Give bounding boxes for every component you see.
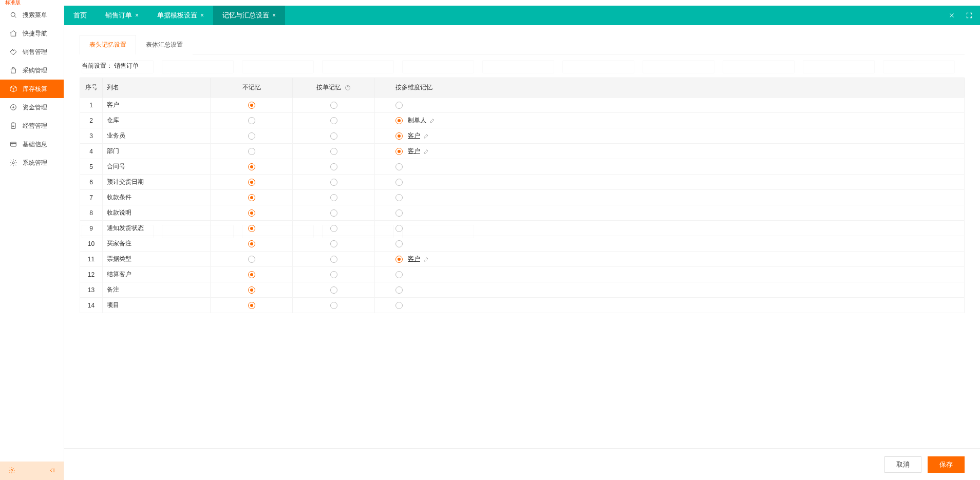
cell-name: 票据类型	[103, 252, 211, 267]
radio-a[interactable]	[248, 102, 255, 109]
sidebar-item-4[interactable]: 库存核算	[0, 80, 64, 98]
help-icon[interactable]	[345, 85, 351, 91]
pencil-icon[interactable]	[423, 133, 429, 139]
sidebar-item-5[interactable]: 资金管理	[0, 98, 64, 117]
cell-seq: 10	[80, 236, 103, 252]
radio-a[interactable]	[248, 163, 255, 170]
page-tab-0[interactable]: 首页	[64, 6, 96, 25]
radio-b[interactable]	[330, 102, 337, 109]
radio-b[interactable]	[330, 256, 337, 263]
sidebar-footer	[0, 462, 64, 480]
cell-name: 客户	[103, 98, 211, 113]
radio-b[interactable]	[330, 117, 337, 124]
radio-c[interactable]	[395, 148, 403, 155]
bag-icon	[9, 66, 17, 74]
radio-b[interactable]	[330, 240, 337, 247]
radio-a[interactable]	[248, 302, 255, 309]
radio-a[interactable]	[248, 132, 255, 140]
inner-tab-1[interactable]: 表体汇总设置	[136, 35, 193, 54]
radio-c[interactable]	[395, 302, 403, 309]
radio-a[interactable]	[248, 225, 255, 232]
table-row: 4部门客户	[80, 144, 965, 159]
radio-a[interactable]	[248, 271, 255, 278]
sidebar-item-2[interactable]: 销售管理	[0, 43, 64, 61]
radio-b[interactable]	[330, 148, 337, 155]
cell-seq: 2	[80, 113, 103, 128]
radio-c[interactable]	[395, 179, 403, 186]
close-icon[interactable]: ×	[200, 12, 204, 19]
th-no-remember: 不记忆	[211, 78, 293, 98]
radio-b[interactable]	[330, 163, 337, 170]
radio-c[interactable]	[395, 240, 403, 247]
radio-c[interactable]	[395, 194, 403, 201]
save-button[interactable]: 保存	[928, 456, 965, 473]
table-row: 1客户	[80, 98, 965, 113]
radio-c[interactable]	[395, 209, 403, 217]
table-row: 14项目	[80, 298, 965, 313]
radio-a[interactable]	[248, 209, 255, 217]
radio-b[interactable]	[330, 209, 337, 217]
cell-name: 业务员	[103, 128, 211, 144]
radio-b[interactable]	[330, 132, 337, 140]
dimension-link[interactable]: 客户	[408, 255, 420, 262]
radio-b[interactable]	[330, 271, 337, 278]
cell-name: 通知发货状态	[103, 221, 211, 236]
pencil-icon[interactable]	[429, 118, 436, 124]
pencil-icon[interactable]	[423, 148, 429, 155]
radio-b[interactable]	[330, 225, 337, 232]
radio-a[interactable]	[248, 286, 255, 294]
fullscreen-icon[interactable]	[963, 9, 976, 22]
dimension-link[interactable]: 客户	[408, 132, 420, 139]
sidebar-item-0[interactable]: 搜索菜单	[0, 6, 64, 24]
page-tab-2[interactable]: 单据模板设置×	[148, 6, 213, 25]
sidebar-item-7[interactable]: 基础信息	[0, 135, 64, 153]
close-icon[interactable]: ×	[272, 12, 276, 19]
tab-label: 记忆与汇总设置	[222, 11, 269, 20]
table-row: 5合同号	[80, 159, 965, 175]
svg-point-5	[12, 162, 14, 164]
radio-c[interactable]	[395, 132, 403, 140]
gear-icon	[9, 159, 17, 167]
page-tab-1[interactable]: 销售订单×	[96, 6, 148, 25]
collapse-icon[interactable]	[48, 467, 55, 475]
radio-a[interactable]	[248, 117, 255, 124]
sidebar: 搜索菜单快捷导航销售管理采购管理库存核算资金管理经营管理基础信息系统管理	[0, 6, 64, 480]
cell-seq: 1	[80, 98, 103, 113]
radio-c[interactable]	[395, 286, 403, 294]
close-icon[interactable]: ×	[135, 12, 139, 19]
radio-a[interactable]	[248, 256, 255, 263]
radio-a[interactable]	[248, 148, 255, 155]
radio-c[interactable]	[395, 271, 403, 278]
cell-name: 买家备注	[103, 236, 211, 252]
cell-seq: 12	[80, 267, 103, 282]
edition-badge: 标准版	[5, 0, 21, 6]
pencil-icon[interactable]	[423, 256, 429, 262]
radio-b[interactable]	[330, 179, 337, 186]
gear-icon[interactable]	[8, 467, 15, 475]
radio-c[interactable]	[395, 163, 403, 170]
tab-label: 销售订单	[105, 11, 132, 20]
radio-c[interactable]	[395, 117, 403, 124]
sidebar-item-1[interactable]: 快捷导航	[0, 24, 64, 43]
radio-b[interactable]	[330, 286, 337, 294]
radio-b[interactable]	[330, 194, 337, 201]
page-tab-3[interactable]: 记忆与汇总设置×	[213, 6, 285, 25]
dimension-link[interactable]: 客户	[408, 147, 420, 155]
sidebar-item-3[interactable]: 采购管理	[0, 61, 64, 80]
cell-name: 备注	[103, 282, 211, 298]
radio-c[interactable]	[395, 102, 403, 109]
radio-c[interactable]	[395, 256, 403, 263]
radio-c[interactable]	[395, 225, 403, 232]
radio-a[interactable]	[248, 179, 255, 186]
inner-tab-0[interactable]: 表头记忆设置	[80, 35, 136, 54]
radio-b[interactable]	[330, 302, 337, 309]
sidebar-item-8[interactable]: 系统管理	[0, 153, 64, 172]
dimension-link[interactable]: 制单人	[408, 117, 426, 124]
sidebar-item-6[interactable]: 经营管理	[0, 117, 64, 135]
cell-name: 结算客户	[103, 267, 211, 282]
cancel-button[interactable]: 取消	[884, 456, 921, 473]
radio-a[interactable]	[248, 240, 255, 247]
search-icon	[9, 11, 17, 19]
close-all-icon[interactable]	[945, 9, 958, 22]
radio-a[interactable]	[248, 194, 255, 201]
